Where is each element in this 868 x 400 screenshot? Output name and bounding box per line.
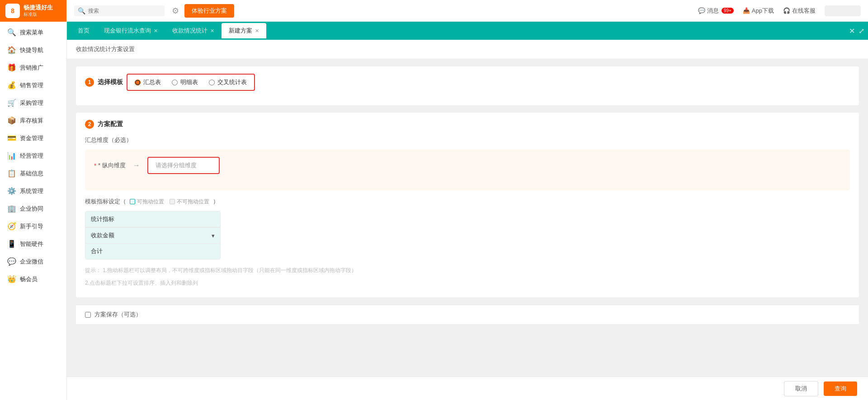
- sidebar-item-vip[interactable]: 👑 畅会员: [0, 270, 66, 288]
- page-header: 收款情况统计方案设置: [67, 40, 868, 59]
- gift-icon: 🎁: [7, 63, 16, 72]
- sidebar-item-label: 企业协同: [20, 205, 43, 213]
- sidebar-item-label: 基础信息: [20, 169, 43, 178]
- save-label: 方案保存（可选）: [94, 311, 142, 319]
- sidebar-item-purchase[interactable]: 🛒 采购管理: [0, 94, 66, 112]
- sidebar-item-label: 资金管理: [20, 134, 43, 142]
- sidebar-item-operations[interactable]: 📊 经营管理: [0, 147, 66, 165]
- dimension-select[interactable]: 请选择分组维度: [147, 157, 220, 174]
- search-icon: 🔍: [7, 28, 16, 37]
- maximize-icon[interactable]: ⤢: [859, 27, 864, 35]
- sidebar-item-inventory[interactable]: 📦 库存核算: [0, 112, 66, 129]
- sidebar-item-label: 新手引导: [20, 222, 43, 231]
- sidebar-item-smart-hardware[interactable]: 📱 智能硬件: [0, 235, 66, 253]
- metrics-header-label: 统计指标: [91, 215, 114, 223]
- fixed-icon: [170, 199, 175, 204]
- dimension-area: * * 纵向维度 → 请选择分组维度: [85, 150, 850, 190]
- radio-detail[interactable]: 明细表: [172, 78, 198, 86]
- query-button[interactable]: 查询: [824, 381, 857, 396]
- col1-dropdown-icon[interactable]: ▾: [212, 232, 215, 239]
- card-icon: 💳: [7, 134, 16, 142]
- dimension-row: * * 纵向维度 → 请选择分组维度: [94, 157, 841, 174]
- clipboard-icon: 📋: [7, 169, 16, 178]
- app-download-item[interactable]: 📥 App下载: [743, 7, 774, 15]
- section1-title: 选择模板: [98, 78, 123, 86]
- radio-cross[interactable]: 交叉统计表: [209, 78, 247, 86]
- search-input[interactable]: [88, 8, 151, 14]
- sidebar-item-label: 搜索菜单: [20, 28, 43, 37]
- content-area: 收款情况统计方案设置 1 选择模板 汇总表 明细表: [67, 40, 868, 400]
- sidebar-item-quick-nav[interactable]: 🏠 快捷导航: [0, 41, 66, 59]
- tabbar-actions: ✕ ⤢: [849, 27, 864, 35]
- breadcrumb: 收款情况统计方案设置: [76, 46, 135, 52]
- online-service-item[interactable]: 🎧 在线客服: [783, 7, 816, 15]
- metrics-col2-row: 合计: [85, 244, 220, 259]
- message-badge: 99+: [722, 8, 734, 14]
- headset-icon: 🎧: [783, 7, 790, 14]
- tab-home[interactable]: 首页: [71, 23, 97, 38]
- chart-icon: 📊: [7, 151, 16, 160]
- home-icon: 🏠: [7, 46, 16, 54]
- sidebar-item-label: 智能硬件: [20, 240, 43, 248]
- save-section: 方案保存（可选）: [76, 305, 859, 324]
- section1-header: 1 选择模板 汇总表 明细表 交叉统计表: [85, 74, 850, 91]
- sidebar-item-label: 系统管理: [20, 187, 43, 195]
- tab-close-icon[interactable]: ✕: [210, 28, 214, 34]
- building-icon: 🏢: [7, 204, 16, 213]
- metrics-col1-header[interactable]: 收款金额 ▾: [85, 227, 220, 244]
- tab-new-plan[interactable]: 新建方案 ✕: [222, 23, 266, 38]
- sidebar-item-label: 企业微信: [20, 258, 43, 266]
- sidebar-item-enterprise-wechat[interactable]: 💬 企业微信: [0, 253, 66, 270]
- legend-draggable: 可拖动位置: [130, 198, 164, 206]
- search-icon: 🔍: [78, 7, 85, 14]
- message-item[interactable]: 💬 消息 99+: [698, 7, 734, 15]
- trial-button[interactable]: 体验行业方案: [184, 4, 234, 18]
- sidebar-item-label: 采购管理: [20, 99, 43, 107]
- chat-icon: 💬: [7, 257, 16, 266]
- sidebar-menu: 🔍 搜索菜单 🏠 快捷导航 🎁 营销推广 💰 销售管理 🛒 采购管理 📦 库存核…: [0, 22, 66, 400]
- metrics-table-header: 统计指标: [85, 212, 220, 227]
- mobile-icon: 📱: [7, 240, 16, 248]
- message-icon: 💬: [698, 7, 705, 14]
- arrow-icon: →: [133, 161, 140, 169]
- sidebar-item-marketing[interactable]: 🎁 营销推广: [0, 59, 66, 76]
- download-icon: 📥: [743, 7, 750, 14]
- cancel-button[interactable]: 取消: [784, 381, 818, 396]
- tab-close-icon[interactable]: ✕: [255, 28, 259, 34]
- save-checkbox[interactable]: [85, 312, 91, 318]
- sidebar-item-label: 库存核算: [20, 117, 43, 125]
- tab-close-icon[interactable]: ✕: [154, 28, 158, 34]
- sidebar-item-basics[interactable]: 📋 基础信息: [0, 165, 66, 182]
- crown-icon: 👑: [7, 275, 16, 283]
- radio-summary[interactable]: 汇总表: [135, 78, 161, 86]
- logo-text: 畅捷通好生 标准版: [24, 4, 53, 18]
- topbar: 🔍 ⚙ 体验行业方案 💬 消息 99+ 📥 App下载 🎧 在线客服: [67, 0, 868, 22]
- sidebar-item-finance[interactable]: 💳 资金管理: [0, 129, 66, 147]
- sidebar-item-label: 快捷导航: [20, 46, 43, 54]
- metrics-label-row: 模板指标设定（ 可拖动位置 不可拖动位置 ）: [85, 198, 850, 206]
- sidebar-item-system[interactable]: ⚙️ 系统管理: [0, 182, 66, 200]
- logo-icon: 8: [5, 4, 20, 18]
- sidebar-item-enterprise-collab[interactable]: 🏢 企业协同: [0, 200, 66, 217]
- page-body: 1 选择模板 汇总表 明细表 交叉统计表: [67, 59, 868, 376]
- sidebar-item-label: 畅会员: [20, 275, 38, 283]
- metrics-legend: 可拖动位置 不可拖动位置: [130, 198, 209, 206]
- tab-bank-flow[interactable]: 现金银行流水查询 ✕: [97, 23, 165, 38]
- sidebar-logo: 8 畅捷通好生 标准版: [0, 0, 66, 22]
- box-icon: 📦: [7, 116, 16, 125]
- section-config: 2 方案配置 汇总维度（必选） * * 纵向维度 → 请选择分组维度: [76, 113, 859, 297]
- sidebar-item-search-menu[interactable]: 🔍 搜索菜单: [0, 24, 66, 41]
- legend-fixed: 不可拖动位置: [170, 198, 209, 206]
- section2-num: 2: [85, 120, 94, 129]
- vertical-axis-label: * * 纵向维度: [94, 161, 126, 169]
- tab-collection-stats[interactable]: 收款情况统计 ✕: [165, 23, 222, 38]
- minimize-icon[interactable]: ✕: [849, 27, 855, 35]
- topbar-right: 💬 消息 99+ 📥 App下载 🎧 在线客服: [698, 5, 861, 16]
- sidebar-item-label: 营销推广: [20, 64, 43, 72]
- sidebar-item-sales[interactable]: 💰 销售管理: [0, 76, 66, 94]
- settings-icon[interactable]: ⚙: [172, 6, 179, 16]
- user-avatar[interactable]: [825, 5, 861, 16]
- footer-bar: 取消 查询: [67, 376, 868, 400]
- hints: 提示： 1.拖动标题栏可以调整布局，不可跨维度或指标区域拖动目字段（只能在同一维…: [85, 265, 850, 288]
- sidebar-item-newbie[interactable]: 🧭 新手引导: [0, 217, 66, 235]
